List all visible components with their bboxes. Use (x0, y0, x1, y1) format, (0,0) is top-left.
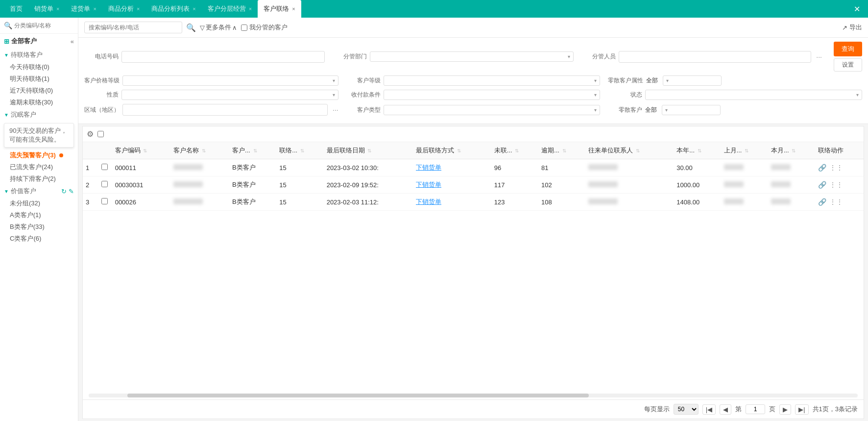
query-button[interactable]: 查询 (834, 42, 862, 56)
prev-page-button[interactable]: ◀ (720, 404, 731, 415)
tab-purchase-order-close[interactable]: × (93, 6, 96, 12)
th-last-contact-method[interactable]: 最后联络方式 ⇅ (413, 142, 491, 159)
table-settings-button[interactable]: ⚙ (87, 129, 94, 139)
table-row: 1 000011 B类客户 15 2023-03-02 10:30: 下销货单 … (83, 159, 864, 176)
action-more-icon[interactable]: ⋮⋮ (829, 198, 843, 206)
sidebar-item-7day-contact[interactable]: 近7天待联络(0) (0, 85, 78, 97)
cell-level: B类客户 (229, 159, 276, 176)
tab-customer-tier-close[interactable]: × (249, 6, 252, 12)
sidebar-item-declining[interactable]: 持续下滑客户(2) (0, 173, 78, 185)
last-page-button[interactable]: ▶| (795, 404, 808, 415)
tab-home[interactable]: 首页 (4, 0, 28, 18)
region-input[interactable] (122, 104, 328, 116)
cell-check[interactable] (97, 159, 112, 176)
tab-product-analysis-list[interactable]: 商品分析列表 × (145, 0, 201, 18)
th-last-month[interactable]: 上月... ⇅ (721, 142, 768, 159)
next-page-button[interactable]: ▶ (779, 404, 791, 415)
cell-action[interactable]: 🔗 ⋮⋮ (815, 176, 864, 194)
customer-type-select[interactable]: ▾ (384, 105, 601, 115)
sort-contact-icon: ⇅ (300, 148, 304, 153)
th-this-year[interactable]: 本年... ⇅ (674, 142, 721, 159)
th-name[interactable]: 客户名称 ⇅ (170, 142, 229, 159)
tab-customer-contact-close[interactable]: × (292, 6, 295, 12)
sidebar-item-churn-warning[interactable]: 流失预警客户(3) (0, 149, 78, 161)
action-link-icon[interactable]: 🔗 (818, 198, 826, 206)
value-group-edit-icon[interactable]: ✎ (69, 188, 74, 195)
th-this-month[interactable]: 本月... ⇅ (768, 142, 815, 159)
th-level[interactable]: 客户... ⇅ (229, 142, 276, 159)
phone-input[interactable] (121, 51, 325, 63)
row-checkbox-0[interactable] (101, 164, 108, 170)
th-unit-contact[interactable]: 往来单位联系人 ⇅ (585, 142, 674, 159)
customer-level-select[interactable]: ▾ (384, 75, 601, 86)
manager-input[interactable] (619, 51, 812, 63)
page-size-select[interactable]: 50 100 200 (674, 404, 699, 415)
sidebar-search-input[interactable] (14, 22, 78, 29)
export-button[interactable]: ↗ 导出 (842, 23, 862, 32)
sidebar-group-dormant[interactable]: ▼ 沉眠客户 (0, 108, 78, 121)
window-close-button[interactable]: ✕ (850, 4, 864, 14)
cell-action[interactable]: 🔗 ⋮⋮ (815, 194, 864, 211)
cell-check[interactable] (97, 194, 112, 211)
table-wrapper[interactable]: 客户编码 ⇅ 客户名称 ⇅ 客户... ⇅ (83, 142, 864, 392)
action-link-icon[interactable]: 🔗 (818, 181, 826, 189)
value-group-refresh-icon[interactable]: ↻ (61, 188, 67, 195)
sidebar-item-churned[interactable]: 已流失客户(24) (0, 161, 78, 173)
manager-more-icon[interactable]: ··· (816, 53, 822, 61)
sidebar-item-today-contact[interactable]: 今天待联络(0) (0, 61, 78, 73)
th-contact[interactable]: 联络... ⇅ (276, 142, 323, 159)
sidebar-item-ungrouped[interactable]: 未分组(32) (0, 198, 78, 209)
status-select[interactable]: ▾ (645, 90, 862, 100)
filter-search-input[interactable] (84, 22, 182, 33)
price-level-select[interactable]: ▾ (122, 75, 338, 86)
action-link-icon[interactable]: 🔗 (818, 164, 826, 172)
first-page-button[interactable]: |◀ (702, 404, 716, 415)
my-customers-check[interactable] (241, 25, 247, 31)
filter-settings-button[interactable]: 设置 (834, 58, 862, 72)
sidebar-group-value[interactable]: ▼ 价值客户 ↻ ✎ (0, 185, 78, 198)
action-more-icon[interactable]: ⋮⋮ (829, 164, 843, 172)
row-checkbox-2[interactable] (101, 198, 108, 204)
tab-product-analysis-close[interactable]: × (137, 6, 140, 12)
th-code[interactable]: 客户编码 ⇅ (112, 142, 171, 159)
my-customers-checkbox[interactable]: 我分管的客户 (241, 23, 288, 32)
th-overdue[interactable]: 逾期... ⇅ (538, 142, 585, 159)
region-more-icon[interactable]: ··· (333, 106, 338, 114)
tab-product-analysis[interactable]: 商品分析 × (102, 0, 145, 18)
scrollbar-thumb[interactable] (127, 394, 589, 397)
tab-sales-order-close[interactable]: × (56, 6, 59, 12)
row-checkbox-1[interactable] (101, 181, 108, 187)
sidebar-item-tomorrow-contact[interactable]: 明天待联络(1) (0, 73, 78, 85)
cell-last-contact-method[interactable]: 下销货单 (413, 194, 491, 211)
page-number-input[interactable] (746, 404, 765, 414)
tab-customer-tier[interactable]: 客户分层经营 × (202, 0, 258, 18)
zero-customer-select[interactable]: ▾ (662, 105, 721, 115)
cell-last-contact-method[interactable]: 下销货单 (413, 176, 491, 194)
sidebar-item-class-c[interactable]: C类客户(6) (0, 233, 78, 245)
th-not-contacted[interactable]: 未联... ⇅ (491, 142, 538, 159)
tab-sales-order[interactable]: 销货单 × (28, 0, 65, 18)
sidebar-item-class-b[interactable]: B类客户(33) (0, 221, 78, 233)
tab-product-analysis-list-close[interactable]: × (193, 6, 195, 12)
more-conditions-toggle[interactable]: ▽ 更多条件 ∧ (200, 23, 237, 32)
payment-select[interactable]: ▾ (384, 90, 601, 100)
zero-purchase-select[interactable]: ▾ (663, 75, 722, 86)
sidebar-group-pending[interactable]: ▼ 待联络客户 (0, 49, 78, 61)
cell-action[interactable]: 🔗 ⋮⋮ (815, 159, 864, 176)
dept-select[interactable]: ▾ (370, 51, 573, 62)
gender-select[interactable]: ▾ (121, 90, 338, 100)
filter-bar: 🔍 ▽ 更多条件 ∧ 我分管的客户 ↗ 导出 (78, 18, 868, 38)
sidebar-item-overdue-contact[interactable]: 逾期未联络(30) (0, 97, 78, 108)
tab-customer-contact[interactable]: 客户联络 × (258, 0, 301, 18)
sidebar-collapse-btn[interactable]: « (71, 38, 74, 45)
cell-check[interactable] (97, 176, 112, 194)
dept-chevron-icon: ▾ (568, 54, 570, 59)
th-last-contact-date[interactable]: 最后联络日期 ⇅ (324, 142, 413, 159)
tab-purchase-order[interactable]: 进货单 × (65, 0, 102, 18)
sidebar-item-class-a[interactable]: A类客户(1) (0, 209, 78, 221)
filter-search-button[interactable]: 🔍 (186, 23, 196, 32)
cell-last-contact-method[interactable]: 下销货单 (413, 159, 491, 176)
select-all-checkbox[interactable] (97, 131, 104, 137)
action-more-icon[interactable]: ⋮⋮ (829, 181, 843, 189)
horizontal-scrollbar[interactable] (89, 394, 858, 397)
